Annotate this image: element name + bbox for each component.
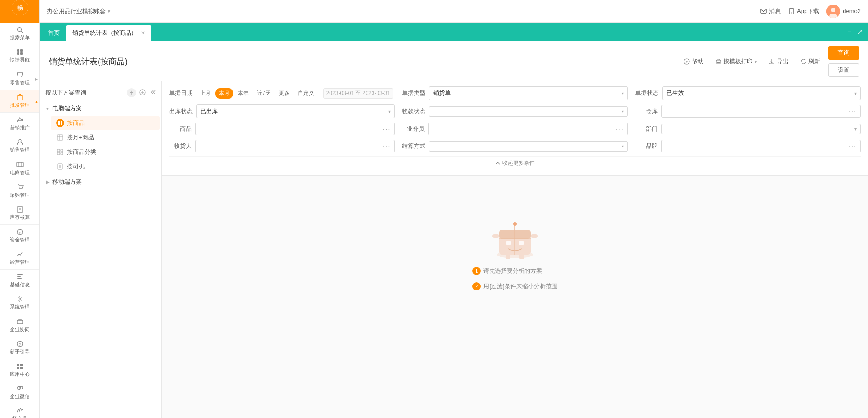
user-profile[interactable]: demo2: [826, 5, 861, 18]
svg-rect-21: [17, 276, 21, 277]
date-tab-this-year[interactable]: 本年: [234, 88, 252, 99]
sidebar-item-label: 采购管理: [10, 192, 30, 199]
scheme-edit-icon[interactable]: [139, 89, 146, 97]
svg-rect-33: [761, 9, 766, 13]
warehouse-select[interactable]: ···: [661, 105, 861, 118]
product-select[interactable]: ···: [195, 123, 395, 135]
filter-receipt-status: 收款状态 ▾: [402, 104, 627, 118]
scheme-group-mobile-header[interactable]: ▶ 移动端方案: [40, 175, 161, 189]
doc-type-select[interactable]: 销货单 ▾: [429, 86, 627, 100]
sidebar-item-enterprise[interactable]: 企业协同: [0, 314, 39, 337]
message-action[interactable]: 消息: [760, 7, 781, 15]
dept-select[interactable]: ▾: [661, 124, 861, 134]
filter-receiver: 收货人 ···: [169, 140, 395, 152]
app-download-action[interactable]: App下载: [788, 7, 819, 15]
filter-row-4: 收货人 ··· 结算方式 ▾: [169, 140, 861, 152]
filter-out-status: 出库状态 已出库 ▾: [169, 104, 395, 118]
enterprise-icon: [16, 318, 24, 325]
sidebar-item-wholesale[interactable]: 批发管理 ▴: [0, 90, 39, 113]
by-warehouse-icon: [56, 162, 64, 171]
tab-home[interactable]: 首页: [42, 25, 66, 41]
sidebar-item-quick-nav[interactable]: 快捷导航: [0, 45, 39, 67]
setting-btn[interactable]: 设置: [828, 63, 859, 77]
brand-select[interactable]: ···: [661, 140, 861, 152]
refresh-btn[interactable]: 刷新: [797, 56, 824, 67]
date-tab-last7[interactable]: 近7天: [253, 88, 274, 99]
user-name: demo2: [843, 8, 861, 14]
sidebar-item-label: 基础信息: [10, 281, 30, 288]
sidebar-item-wechat-work[interactable]: 企业微信: [0, 381, 39, 404]
brand-dots: ···: [849, 142, 857, 150]
scheme-panel: 按以下方案查询 + ▼ 电脑端方案: [40, 81, 162, 418]
doc-status-arrow: ▾: [854, 91, 857, 96]
by-category-icon: [56, 148, 64, 156]
sidebar-logo[interactable]: 畅 标报: [0, 0, 39, 23]
sidebar-item-operation[interactable]: 经营管理: [0, 247, 39, 270]
workspace-selector[interactable]: 办公用品行业模拟账套 ▾: [47, 7, 111, 15]
sidebar-item-sales-mgmt[interactable]: 销售管理: [0, 135, 39, 157]
receiver-select[interactable]: ···: [195, 140, 395, 152]
out-status-select[interactable]: 已出库 ▾: [196, 104, 395, 118]
date-quick-row: 上月 本月 本年 近7天 更多 自定义 2023-03-01 至 2023-03…: [196, 88, 395, 99]
app-download-label: App下载: [797, 7, 819, 15]
filter-panel: 单据日期 上月 本月 本年 近7天 更多 自定义 2023-03-01 至 20…: [162, 81, 868, 176]
sidebar-item-basic-info[interactable]: 基础信息: [0, 270, 39, 292]
sidebar-item-inventory[interactable]: 库存核算: [0, 202, 39, 225]
svg-text:¥: ¥: [18, 231, 21, 235]
date-tab-more[interactable]: 更多: [275, 88, 293, 99]
export-btn[interactable]: 导出: [765, 56, 792, 67]
tab-close-icon[interactable]: ✕: [141, 30, 145, 36]
warehouse-dots: ···: [849, 108, 857, 115]
help-btn[interactable]: ? 帮助: [680, 56, 707, 67]
svg-rect-55: [57, 152, 60, 155]
svg-rect-30: [20, 367, 23, 369]
date-tab-this-month[interactable]: 本月: [215, 88, 233, 99]
svg-point-69: [513, 222, 517, 226]
scheme-collapse-icon[interactable]: [149, 89, 156, 97]
product-label: 商品: [169, 125, 192, 133]
sidebar-item-search[interactable]: 搜索菜单: [0, 23, 39, 45]
scheme-group-pc-header[interactable]: ▼ 电脑端方案: [40, 102, 161, 115]
empty-state: 1 请先选择要分析的方案 2 用[过滤]条件来缩小分析范围: [472, 185, 557, 292]
date-tab-custom[interactable]: 自定义: [294, 88, 318, 99]
svg-rect-50: [57, 135, 63, 140]
receipt-status-select[interactable]: ▾: [429, 106, 627, 117]
page-actions: ? 帮助 按模板打印 ▾ 导出 刷新 查询 设置: [680, 46, 859, 77]
sidebar-item-label: 资金管理: [10, 237, 30, 243]
sidebar-item-finance[interactable]: ¥ 资金管理: [0, 225, 39, 247]
scheme-item-by-product[interactable]: 按商品: [51, 116, 160, 130]
sidebar-item-sys-admin[interactable]: 系统管理: [0, 292, 39, 314]
sidebar-item-new-guide[interactable]: ? 新手引导: [0, 337, 39, 359]
page-header: 销货单统计表(按商品) ? 帮助 按模板打印 ▾ 导出 刷新 查询 设置: [40, 41, 868, 81]
tip-2-num: 2: [472, 282, 481, 290]
settlement-select[interactable]: ▾: [429, 141, 627, 152]
sidebar-item-purchase[interactable]: 采购管理: [0, 180, 39, 202]
collapse-bar[interactable]: 收起更多条件: [169, 156, 861, 170]
sidebar-item-marketing[interactable]: 营销推广: [0, 113, 39, 135]
sidebar-item-retail[interactable]: 零售管理 ▸: [0, 67, 39, 90]
scheme-item-by-category[interactable]: 按商品分类: [51, 145, 160, 159]
salesman-select[interactable]: ···: [428, 123, 627, 135]
logo-icon: 畅: [12, 0, 28, 15]
content-area: 按以下方案查询 + ▼ 电脑端方案: [40, 81, 868, 418]
message-icon: [760, 8, 767, 15]
finance-icon: ¥: [16, 228, 24, 236]
scheme-item-by-month-product[interactable]: 按月+商品: [51, 131, 160, 144]
date-tab-last-month[interactable]: 上月: [196, 88, 214, 99]
sidebar-item-vip[interactable]: 畅会员: [0, 404, 39, 418]
svg-rect-70: [492, 234, 499, 238]
tab-maximize-btn[interactable]: ⤢: [857, 28, 863, 36]
tab-sales-stat[interactable]: 销货单统计表（按商品） ✕: [66, 25, 151, 41]
sidebar-item-app-center[interactable]: 应用中心: [0, 359, 39, 381]
marketing-icon: [16, 116, 24, 124]
scheme-item-by-warehouse[interactable]: 按司机: [51, 160, 160, 173]
doc-type-label: 单据类型: [402, 89, 425, 97]
sidebar-item-ecommerce[interactable]: 电商管理: [0, 157, 39, 180]
sales-mgmt-icon: [16, 138, 24, 146]
date-range-display[interactable]: 2023-03-01 至 2023-03-31: [323, 88, 393, 99]
print-btn[interactable]: 按模板打印 ▾: [712, 56, 760, 67]
query-btn[interactable]: 查询: [828, 46, 859, 60]
doc-status-select[interactable]: 已生效 ▾: [662, 86, 861, 100]
tab-minimize-btn[interactable]: －: [846, 27, 853, 37]
scheme-add-icon[interactable]: +: [127, 88, 136, 97]
